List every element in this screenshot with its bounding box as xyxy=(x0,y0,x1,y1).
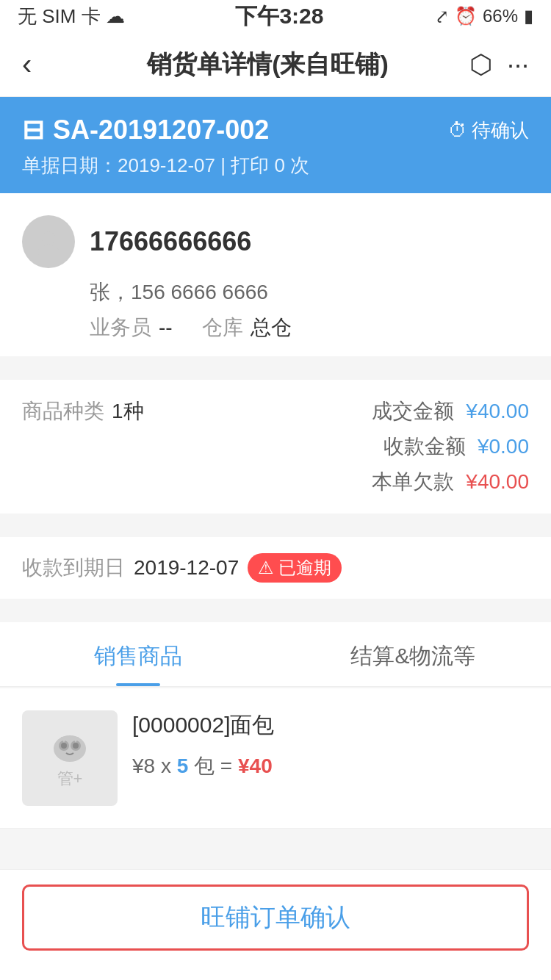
summary-card: 商品种类 1种 成交金额 ¥40.00 收款金额 ¥0.00 本单欠款 ¥40.… xyxy=(0,380,551,514)
customer-card: 17666666666 张，156 6666 6666 业务员 -- 仓库 总仓 xyxy=(0,193,551,356)
divider-1 xyxy=(0,368,551,380)
product-total: ¥40 xyxy=(238,754,273,777)
status-bar: 无 SIM 卡 ☁ 下午3:28 ⤤ ⏰ 66% ▮ xyxy=(0,0,551,32)
product-thumbnail: 管+ xyxy=(22,710,118,806)
confirm-order-button[interactable]: 旺铺订单确认 xyxy=(22,884,529,951)
owed-amount-row: 本单欠款 ¥40.00 xyxy=(372,468,529,496)
svg-point-6 xyxy=(73,743,79,749)
table-row: 管+ [0000002]面包 ¥8 x 5 包 = ¥40 xyxy=(0,688,551,829)
overdue-card: 收款到期日 2019-12-07 ⚠ 已逾期 xyxy=(0,537,551,599)
svg-point-5 xyxy=(61,743,67,749)
deal-amount-label: 成交金额 xyxy=(372,397,454,425)
status-time: 下午3:28 xyxy=(235,1,323,32)
salesperson-meta: 业务员 -- xyxy=(90,314,173,342)
salesperson-label: 业务员 xyxy=(90,314,151,342)
product-info: [0000002]面包 ¥8 x 5 包 = ¥40 xyxy=(132,710,529,780)
product-type-label: 商品种类 xyxy=(22,397,104,425)
owed-amount-label: 本单欠款 xyxy=(372,468,454,496)
warning-icon: ⚠ xyxy=(258,558,274,578)
location-icon: ⤤ xyxy=(434,6,449,26)
product-quantity: 5 xyxy=(177,754,189,777)
overdue-badge-text: 已逾期 xyxy=(278,556,331,580)
product-thumb-inner: 管+ xyxy=(48,727,92,790)
order-id: ⊟ SA-20191207-002 xyxy=(22,115,269,145)
sim-signal: 无 SIM 卡 ☁ xyxy=(18,4,125,29)
owed-amount-value: ¥40.00 xyxy=(466,470,529,494)
customer-top: 17666666666 xyxy=(22,215,529,268)
warehouse-value: 总仓 xyxy=(251,314,292,342)
page-title: 销货单详情(来自旺铺) xyxy=(147,48,389,82)
clock-icon: ⏱ xyxy=(448,119,467,142)
overdue-label: 收款到期日 xyxy=(22,554,125,582)
brand-text: 管+ xyxy=(57,768,83,790)
nav-bar: ‹ 销货单详情(来自旺铺) ⬡ ··· xyxy=(0,32,551,97)
summary-right: 成交金额 ¥40.00 收款金额 ¥0.00 本单欠款 ¥40.00 xyxy=(372,397,529,496)
product-list: 管+ [0000002]面包 ¥8 x 5 包 = ¥40 xyxy=(0,688,551,829)
status-right: ⤤ ⏰ 66% ▮ xyxy=(434,6,533,26)
tabs-container: 销售商品 结算&物流等 xyxy=(0,622,551,687)
order-status: ⏱ 待确认 xyxy=(448,118,529,143)
divider-3 xyxy=(0,610,551,622)
summary-left: 商品种类 1种 xyxy=(22,397,144,425)
warehouse-label: 仓库 xyxy=(202,314,243,342)
back-button[interactable]: ‹ xyxy=(22,48,66,81)
battery-level: 66% xyxy=(483,6,518,26)
order-date: 单据日期：2019-12-07 | 打印 0 次 xyxy=(22,153,529,179)
nav-actions: ⬡ ··· xyxy=(469,49,529,80)
svg-point-0 xyxy=(42,231,55,245)
received-amount-row: 收款金额 ¥0.00 xyxy=(383,433,529,461)
product-price: ¥8 x 5 包 = ¥40 xyxy=(132,752,529,780)
customer-name: 张，156 6666 6666 xyxy=(22,278,529,306)
tab-settlement[interactable]: 结算&物流等 xyxy=(276,622,551,686)
customer-phone: 17666666666 xyxy=(90,226,251,257)
divider-2 xyxy=(0,525,551,537)
product-type-value: 1种 xyxy=(112,397,144,425)
received-amount-label: 收款金额 xyxy=(383,433,466,461)
deal-amount-row: 成交金额 ¥40.00 xyxy=(372,397,529,425)
svg-point-1 xyxy=(38,245,59,256)
deal-amount-value: ¥40.00 xyxy=(466,400,529,423)
svg-point-2 xyxy=(54,735,86,762)
overdue-badge: ⚠ 已逾期 xyxy=(248,553,342,583)
share-icon[interactable]: ⬡ xyxy=(469,49,492,80)
alarm-icon: ⏰ xyxy=(455,6,477,26)
salesperson-value: -- xyxy=(159,316,173,339)
order-icon: ⊟ xyxy=(22,115,44,145)
status-left: 无 SIM 卡 ☁ xyxy=(18,4,125,29)
received-amount-value: ¥0.00 xyxy=(478,435,529,458)
order-id-row: ⊟ SA-20191207-002 ⏱ 待确认 xyxy=(22,115,529,145)
product-name: [0000002]面包 xyxy=(132,710,529,741)
avatar xyxy=(22,215,75,268)
bottom-bar: 旺铺订单确认 xyxy=(0,869,551,980)
more-icon[interactable]: ··· xyxy=(507,49,529,80)
warehouse-meta: 仓库 总仓 xyxy=(202,314,292,342)
customer-meta: 业务员 -- 仓库 总仓 xyxy=(22,314,529,342)
overdue-date: 2019-12-07 xyxy=(134,556,239,580)
battery-icon: ▮ xyxy=(524,6,533,26)
order-header: ⊟ SA-20191207-002 ⏱ 待确认 单据日期：2019-12-07 … xyxy=(0,97,551,193)
tab-sales[interactable]: 销售商品 xyxy=(0,622,276,686)
